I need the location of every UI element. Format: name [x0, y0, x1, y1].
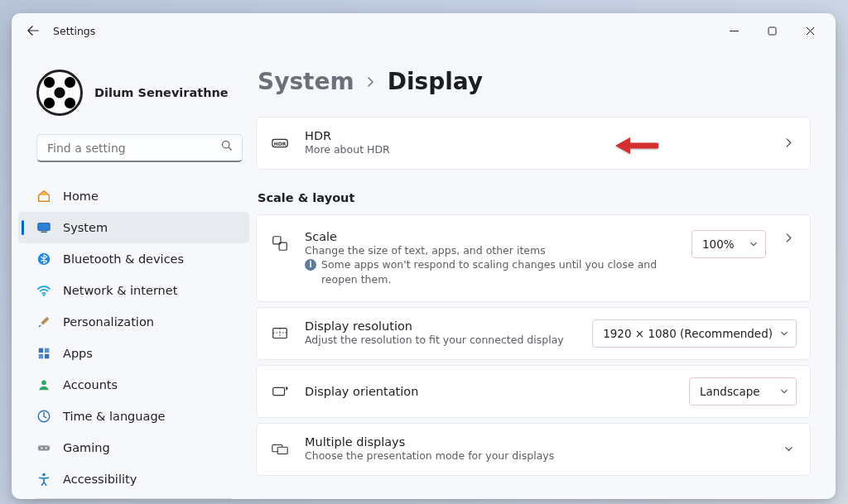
card-title: Multiple displays — [305, 435, 766, 449]
scale-select[interactable]: 100% — [691, 230, 766, 258]
svg-point-14 — [46, 447, 47, 449]
scale-card[interactable]: Scale Change the size of text, apps, and… — [256, 214, 811, 303]
home-icon — [36, 189, 51, 204]
multiple-displays-icon — [270, 439, 290, 459]
orientation-card[interactable]: Display orientation Landscape — [256, 365, 811, 418]
card-title: Display orientation — [305, 385, 674, 398]
section-related: Related settings — [258, 497, 811, 500]
sidebar-item-label: Accounts — [63, 378, 118, 391]
breadcrumb-current: Display — [388, 68, 483, 95]
hdr-icon: HDR — [270, 133, 290, 153]
resolution-icon — [270, 324, 290, 343]
multiple-displays-card[interactable]: Multiple displays Choose the presentatio… — [256, 423, 811, 476]
person-icon — [36, 377, 51, 392]
chevron-right-icon — [781, 230, 797, 246]
search-wrap — [12, 131, 256, 174]
chevron-down-icon — [781, 441, 797, 457]
sidebar-item-label: Bluetooth & devices — [63, 252, 184, 266]
profile-block[interactable]: Dilum Senevirathne — [12, 51, 256, 131]
select-value: Landscape — [700, 385, 760, 398]
back-button[interactable] — [18, 16, 48, 46]
chevron-down-icon — [749, 238, 758, 251]
svg-rect-0 — [768, 27, 776, 35]
card-subtitle: More about HDR — [305, 142, 766, 157]
svg-rect-7 — [45, 348, 49, 353]
close-icon — [806, 26, 815, 36]
chevron-down-icon — [780, 385, 788, 398]
sidebar-item-personalization[interactable]: Personalization — [18, 306, 249, 338]
card-subtitle: Adjust the resolution to fit your connec… — [305, 333, 577, 348]
sidebar-item-time-language[interactable]: Time & language — [18, 401, 249, 432]
svg-rect-6 — [39, 348, 43, 353]
chevron-down-icon — [780, 327, 788, 340]
chevron-right-icon — [366, 77, 376, 87]
sidebar-item-label: Home — [63, 190, 99, 203]
orientation-select[interactable]: Landscape — [689, 377, 797, 406]
svg-rect-23 — [277, 447, 287, 454]
breadcrumb: System Display — [256, 68, 811, 95]
maximize-button[interactable] — [753, 16, 791, 46]
system-icon — [36, 220, 51, 235]
svg-rect-8 — [39, 354, 43, 358]
sidebar-item-label: Personalization — [63, 315, 154, 329]
card-title: Display resolution — [305, 319, 577, 333]
card-title: HDR — [305, 129, 766, 142]
resolution-card[interactable]: Display resolution Adjust the resolution… — [256, 307, 811, 360]
card-title: Scale — [305, 230, 677, 243]
profile-name: Dilum Senevirathne — [94, 86, 229, 99]
minimize-icon — [730, 26, 739, 36]
app-title: Settings — [53, 25, 95, 37]
wifi-icon — [36, 283, 51, 298]
sidebar-item-gaming[interactable]: Gaming — [18, 432, 249, 463]
svg-rect-2 — [38, 223, 50, 231]
info-icon: i — [305, 259, 316, 271]
chevron-right-icon — [781, 135, 797, 151]
sidebar-item-label: Gaming — [63, 441, 110, 454]
sidebar-item-label: Apps — [63, 347, 93, 360]
accessibility-icon — [36, 472, 51, 487]
card-subtitle: Choose the presentation mode for your di… — [305, 449, 766, 463]
svg-rect-12 — [38, 445, 50, 450]
minimize-button[interactable] — [715, 16, 753, 46]
search-input[interactable] — [36, 134, 243, 162]
select-value: 1920 × 1080 (Recommended) — [603, 327, 773, 340]
svg-point-5 — [43, 294, 46, 296]
search-icon — [221, 140, 233, 151]
sidebar-item-accessibility[interactable]: Accessibility — [18, 463, 249, 495]
sidebar-item-bluetooth[interactable]: Bluetooth & devices — [18, 243, 249, 275]
sidebar-item-label: Time & language — [63, 410, 166, 423]
svg-point-10 — [41, 380, 46, 385]
hdr-card[interactable]: HDR HDR More about HDR — [256, 117, 811, 170]
svg-point-1 — [222, 141, 229, 147]
main-content: System Display HDR HDR More about HDR Sc… — [256, 48, 836, 499]
resolution-select[interactable]: 1920 × 1080 (Recommended) — [592, 319, 797, 348]
select-value: 100% — [702, 238, 735, 251]
sidebar-item-home[interactable]: Home — [18, 180, 249, 212]
sidebar: Dilum Senevirathne Home System Bluetooth… — [12, 48, 256, 499]
maximize-icon — [768, 26, 777, 36]
settings-window: Settings Dilum Senevirathne Hom — [12, 13, 836, 499]
card-subtitle: Change the size of text, apps, and other… — [305, 243, 677, 258]
section-scale-layout: Scale & layout — [258, 191, 811, 204]
sidebar-item-system[interactable]: System — [18, 212, 249, 243]
sidebar-item-label: Network & internet — [63, 284, 177, 297]
brush-icon — [36, 314, 51, 329]
close-button[interactable] — [791, 16, 829, 46]
svg-rect-3 — [41, 232, 46, 233]
sidebar-item-network[interactable]: Network & internet — [18, 275, 249, 306]
svg-point-15 — [42, 473, 46, 477]
sidebar-item-apps[interactable]: Apps — [18, 338, 249, 369]
svg-point-13 — [41, 447, 42, 449]
nav-separator — [36, 498, 231, 499]
nav: Home System Bluetooth & devices Network … — [12, 174, 256, 499]
bluetooth-icon — [36, 252, 51, 266]
apps-icon — [36, 346, 51, 361]
svg-rect-9 — [45, 354, 49, 358]
card-info-text: Some apps won't respond to scaling chang… — [321, 257, 677, 286]
sidebar-item-accounts[interactable]: Accounts — [18, 369, 249, 401]
orientation-icon — [270, 382, 290, 401]
breadcrumb-parent[interactable]: System — [258, 68, 354, 95]
sidebar-item-label: Accessibility — [63, 473, 137, 486]
gamepad-icon — [36, 440, 51, 455]
arrow-left-icon — [27, 25, 39, 36]
